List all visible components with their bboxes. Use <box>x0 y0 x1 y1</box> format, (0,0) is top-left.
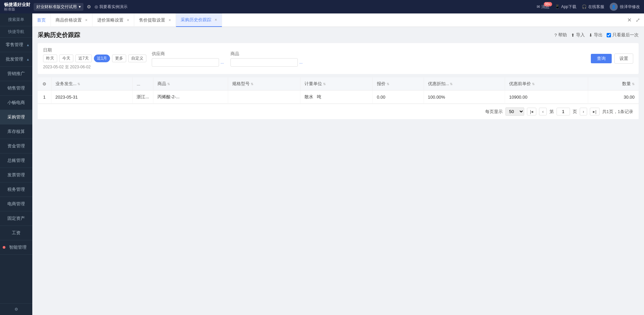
avatar: 👤 <box>610 3 618 11</box>
th-spec-sort-icon: ⇅ <box>251 82 253 86</box>
sidebar: 搜索菜单 快捷导航 零售管理 ▲ 批发管理 ▲ 营销推广 销售管理 小畅电商 采… <box>0 13 32 315</box>
sidebar-item-ecommerce-small[interactable]: 小畅电商 <box>0 96 32 110</box>
table-header-row: ⚙ 业务发生... ⇅ ... <box>38 77 639 91</box>
user-menu[interactable]: 👤 徐泽华修改 <box>610 3 640 11</box>
sidebar-item-marketing[interactable]: 营销推广 <box>0 67 32 81</box>
help-button[interactable]: ? 帮助 <box>554 32 567 38</box>
sidebar-item-tax[interactable]: 税务管理 <box>0 182 32 197</box>
import-button[interactable]: ⬆ 导入 <box>571 32 585 38</box>
topbar-left: 畅捷通好业财 标准版 好业财标准版交付试用 ▾ ⚙ ◎ 我要看实例演示 <box>4 2 128 12</box>
th-spec[interactable]: 规格型号 ⇅ <box>228 77 300 91</box>
product-input[interactable] <box>230 58 298 67</box>
th-spec-label: 规格型号 <box>232 81 250 87</box>
th-qty[interactable]: 数量 ⇅ <box>588 77 639 91</box>
th-unit[interactable]: 计量单位 ⇅ <box>300 77 372 91</box>
topbar-gear-icon[interactable]: ⚙ <box>87 4 91 9</box>
th-product[interactable]: 商品 ⇅ <box>153 77 228 91</box>
th-pre-discount-sort-icon: ⇅ <box>532 82 535 86</box>
app-logo: 畅捷通好业财 标准版 <box>4 2 30 12</box>
next-page-button[interactable]: › <box>580 108 587 115</box>
tab-purchase-history-close[interactable]: × <box>215 18 217 22</box>
dot-indicator-icon <box>3 246 5 249</box>
tab-purchase-history-label: 采购历史价跟踪 <box>181 17 211 23</box>
date-btn-custom[interactable]: 自定义 <box>128 55 146 62</box>
product-more-btn[interactable]: ... <box>298 60 304 65</box>
tab-close-all-icon[interactable]: ✕ <box>626 15 633 25</box>
demo-icon: ◎ <box>95 4 98 9</box>
tab-purchase-history[interactable]: 采购历史价跟踪 × <box>176 13 222 27</box>
date-btn-7days[interactable]: 近7天 <box>75 55 92 62</box>
message-button[interactable]: ✉ 消息 99+ <box>537 4 549 10</box>
query-button[interactable]: 查询 <box>591 54 612 63</box>
export-button[interactable]: ⬇ 导出 <box>589 32 603 38</box>
sidebar-item-fixed-assets[interactable]: 固定资产 <box>0 211 32 226</box>
date-btn-today[interactable]: 今天 <box>59 55 73 62</box>
headset-icon: 🎧 <box>582 4 587 9</box>
th-pre-discount-price[interactable]: 优惠前单价 ⇅ <box>505 77 588 91</box>
sidebar-item-smart-mgmt[interactable]: 智能管理 <box>0 240 32 255</box>
app-download-label: App下载 <box>561 4 576 10</box>
export-label: 导出 <box>594 32 603 38</box>
tab-product-price-close[interactable]: × <box>85 18 87 23</box>
th-biz-date[interactable]: 业务发生... ⇅ <box>51 77 133 91</box>
import-label: 导入 <box>576 32 585 38</box>
table-gear-icon[interactable]: ⚙ <box>42 81 46 86</box>
th-gear[interactable]: ⚙ <box>38 77 51 91</box>
only-last-checkbox-wrap[interactable]: 只看最后一次 <box>607 32 639 38</box>
sidebar-settings-icon[interactable]: ⚙ <box>0 303 32 315</box>
version-selector[interactable]: 好业财标准版交付试用 ▾ <box>34 3 83 11</box>
supplier-input[interactable] <box>152 58 219 67</box>
th-pre-discount-label: 优惠前单价 <box>509 81 531 87</box>
page-header: 采购历史价跟踪 ? 帮助 ⬆ 导入 ⬇ 导出 <box>38 31 639 39</box>
sidebar-item-invoice[interactable]: 发票管理 <box>0 168 32 182</box>
sidebar-search[interactable]: 搜索菜单 <box>0 13 32 26</box>
tab-purchase-strategy-close[interactable]: × <box>127 18 129 23</box>
date-btn-1month[interactable]: 近1月 <box>94 55 110 62</box>
sidebar-item-sales[interactable]: 销售管理 <box>0 81 32 96</box>
tab-home[interactable]: 首页 <box>32 13 51 27</box>
app-download-button[interactable]: 📱 App下载 <box>555 4 576 10</box>
app-logo-line2: 标准版 <box>4 7 30 11</box>
tab-sale-price[interactable]: 售价提取设置 × <box>134 13 176 27</box>
sidebar-item-payroll[interactable]: 工资 <box>0 226 32 240</box>
last-page-button[interactable]: ▸| <box>590 108 599 115</box>
demo-link[interactable]: ◎ 我要看实例演示 <box>95 4 128 10</box>
sidebar-item-inventory[interactable]: 库存核算 <box>0 125 32 139</box>
th-price[interactable]: 报价 ⇅ <box>373 77 424 91</box>
tab-sale-price-close[interactable]: × <box>169 18 171 23</box>
th-discount-sort-icon: ⇅ <box>450 82 453 86</box>
sidebar-item-retail[interactable]: 零售管理 ▲ <box>0 38 32 52</box>
th-more-label: ... <box>137 81 140 86</box>
table-row: 1 2023-05-31 浙江... 丙烯酸-2-... 散水 吨 0.00 <box>38 91 639 104</box>
sidebar-item-wholesale[interactable]: 批发管理 ▲ <box>0 52 32 67</box>
date-btn-more[interactable]: 更多 <box>112 55 126 62</box>
pagination: 每页显示 50 10 20 100 |◂ ‹ 第 页 › ▸| 共1页，1条记录 <box>38 104 639 119</box>
tab-home-label: 首页 <box>37 17 46 23</box>
sidebar-item-purchase[interactable]: 采购管理 <box>0 110 32 125</box>
page-title: 采购历史价跟踪 <box>38 31 80 39</box>
sidebar-item-ecommerce[interactable]: 电商管理 <box>0 197 32 211</box>
page-label: 第 <box>549 109 554 115</box>
supplier-more-btn[interactable]: ... <box>219 60 225 65</box>
filter-date-item: 日期 昨天 今天 近7天 近1月 更多 自定义 2023-05-02 至 202… <box>43 47 146 70</box>
th-discount[interactable]: 优惠折扣... ⇅ <box>424 77 505 91</box>
phone-icon: 📱 <box>555 4 560 9</box>
sidebar-quick-nav[interactable]: 快捷导航 <box>0 26 32 38</box>
prev-page-button[interactable]: ‹ <box>539 108 546 115</box>
page-number-input[interactable] <box>557 108 570 115</box>
sidebar-item-general-ledger[interactable]: 总账管理 <box>0 153 32 168</box>
online-service-button[interactable]: 🎧 在线客服 <box>582 4 604 10</box>
tab-purchase-strategy[interactable]: 进价策略设置 × <box>93 13 134 27</box>
user-name: 徐泽华修改 <box>620 4 640 10</box>
th-price-sort-icon: ⇅ <box>387 82 389 86</box>
th-more[interactable]: ... <box>133 77 153 91</box>
tab-product-price[interactable]: 商品价格设置 × <box>51 13 93 27</box>
only-last-checkbox[interactable] <box>607 33 611 37</box>
first-page-button[interactable]: |◂ <box>527 108 536 115</box>
date-btn-yesterday[interactable]: 昨天 <box>43 55 57 62</box>
sidebar-item-finance[interactable]: 资金管理 <box>0 139 32 153</box>
settings-button[interactable]: 设置 <box>614 54 633 64</box>
filter-actions: 查询 设置 <box>591 54 633 64</box>
per-page-select[interactable]: 50 10 20 100 <box>505 107 524 116</box>
tab-expand-icon[interactable]: ⤢ <box>634 15 641 25</box>
